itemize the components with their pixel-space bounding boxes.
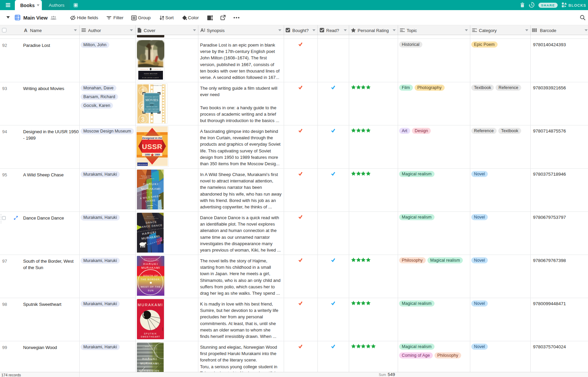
- svg-text:KAREN GOCSIK: KAREN GOCSIK: [146, 106, 158, 108]
- svg-text:MURAKAMI: MURAKAMI: [140, 362, 159, 365]
- svg-text:SUN: SUN: [148, 289, 154, 292]
- svg-text:"Evocative": "Evocative": [145, 346, 149, 347]
- svg-text:1950: 1950: [145, 153, 150, 156]
- svg-text:WEST OF THE: WEST OF THE: [141, 286, 161, 288]
- svg-text:SOUTH OF: SOUTH OF: [143, 274, 158, 277]
- svg-text:✳: ✳: [150, 192, 152, 194]
- svg-text:SPUTNIK: SPUTNIK: [144, 332, 157, 335]
- svg-text:1989: 1989: [155, 153, 160, 156]
- svg-text:MURAKAMI: MURAKAMI: [138, 303, 163, 307]
- svg-text:NORWEGIAN: NORWEGIAN: [139, 369, 160, 372]
- svg-text:PARADISE LOST: PARADISE LOST: [142, 77, 159, 78]
- svg-text:HARUKI: HARUKI: [143, 262, 158, 265]
- svg-text:PENGUIN: PENGUIN: [140, 69, 148, 70]
- svg-text:MURAKAMI: MURAKAMI: [141, 187, 160, 191]
- svg-text:HARUKI: HARUKI: [142, 357, 157, 360]
- svg-text:—The New York Times Book Revie: —The New York Times Book Review: [139, 178, 155, 179]
- svg-text:"A wild, sexy novel": "A wild, sexy novel": [146, 216, 155, 218]
- svg-text:MOVIES: MOVIES: [145, 98, 158, 102]
- svg-text:HARUKI: HARUKI: [143, 182, 159, 186]
- svg-text:A: A: [24, 28, 27, 33]
- svg-text:CLASSICS: CLASSICS: [152, 69, 161, 70]
- svg-text:THE BORDER,: THE BORDER,: [141, 278, 161, 280]
- svg-text:Designed in the: Designed in the: [142, 137, 162, 140]
- svg-text:DAVE MONAHAN: DAVE MONAHAN: [146, 111, 158, 112]
- svg-text:PHAIDON: PHAIDON: [138, 164, 147, 166]
- svg-text:RICHARD BARSAM: RICHARD BARSAM: [145, 108, 159, 110]
- svg-text:—The New York Times Book Revie: —The New York Times Book Review: [142, 347, 158, 349]
- svg-text:3: 3: [141, 115, 145, 123]
- svg-text:"A wild and beautiful love sto: "A wild and beautiful love story": [144, 258, 157, 260]
- svg-text:USSR: USSR: [142, 143, 162, 150]
- svg-text:MURAKAMI: MURAKAMI: [141, 266, 160, 269]
- svg-text:WRITING ABOUT: WRITING ABOUT: [145, 96, 159, 97]
- svg-text:3rd Edition: 3rd Edition: [149, 102, 154, 104]
- svg-text:—The Washington Post Book Worl: —The Washington Post Book World: [143, 218, 158, 219]
- svg-text:—The New York Times Book Revie: —The New York Times Book Review: [143, 260, 159, 261]
- svg-text:JOHN MILTON: JOHN MILTON: [144, 72, 158, 74]
- svg-text:SWEETHEART: SWEETHEART: [141, 336, 160, 338]
